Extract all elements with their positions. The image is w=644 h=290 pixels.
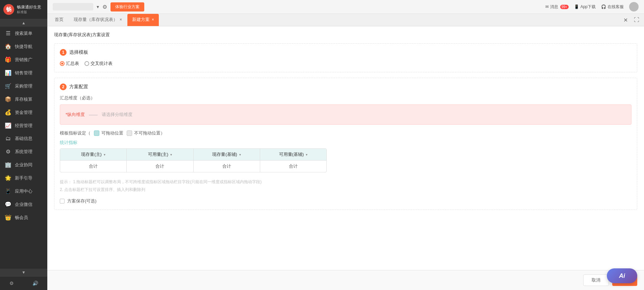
sidebar: 畅 畅康通好生意 标准版 ▲ ☰ 搜索菜单 🏠 快捷导航 🎁 营销推广 📊 销售… [0, 0, 47, 290]
col-chevron-2: ▾ [170, 153, 172, 156]
dimension-field-label: 汇总维度（必选） [60, 95, 631, 101]
topbar-left: ▾ ⚙ 体验行业方案 [53, 2, 144, 11]
app-download-label: App下载 [580, 4, 596, 10]
non-draggable-legend: 不可拖动位置） [127, 130, 165, 136]
user-avatar[interactable] [629, 2, 639, 11]
sidebar-item-member-label: 畅会员 [15, 215, 28, 221]
save-checkbox[interactable] [60, 199, 65, 203]
gift-icon: 🎁 [5, 56, 11, 63]
main-area: ▾ ⚙ 体验行业方案 ✉ 消息 99+ 📱 App下载 🎧 在线客服 首页 [47, 0, 644, 290]
sidebar-item-quick-nav[interactable]: 🏠 快捷导航 [0, 40, 47, 53]
sidebar-scroll-up[interactable]: ▲ [0, 19, 47, 27]
sidebar-item-guide-label: 新手引导 [15, 175, 32, 181]
stats-table-body: 合计 合计 合计 合计 [60, 160, 326, 172]
cancel-button[interactable]: 取消 [583, 274, 609, 286]
step1-title: 选择模板 [69, 49, 88, 55]
sidebar-item-operations[interactable]: 📈 经营管理 [0, 119, 47, 132]
box-icon: 📦 [5, 96, 11, 102]
step2-card: 2 方案配置 汇总维度（必选） *纵向维度 —— 请选择分组维度 模板指标设定（… [54, 78, 637, 210]
radio-summary[interactable]: 汇总表 [60, 61, 79, 67]
sidebar-item-enterprise[interactable]: 🏢 企业协同 [0, 158, 47, 171]
radio-cross[interactable]: 交叉统计表 [84, 61, 113, 67]
page-breadcrumb: 现存量(库存状况表)方案设置 [54, 32, 637, 38]
sidebar-item-purchase[interactable]: 🛒 采购管理 [0, 79, 47, 93]
col-header-4[interactable]: 可用量(基辅) ▾ [260, 149, 326, 160]
draggable-legend-box [94, 130, 99, 136]
tab-home[interactable]: 首页 [50, 14, 68, 26]
sidebar-item-member[interactable]: 👑 畅会员 [0, 211, 47, 224]
sidebar-item-wechat[interactable]: 💬 企业微信 [0, 198, 47, 211]
sidebar-item-wechat-label: 企业微信 [15, 201, 32, 208]
sidebar-item-system[interactable]: ⚙ 系统管理 [0, 145, 47, 158]
tab-expand-button[interactable]: ⛶ [632, 16, 641, 24]
sidebar-item-finance-label: 资金管理 [15, 110, 32, 116]
online-service-group[interactable]: 🎧 在线客服 [601, 4, 624, 10]
topbar-search-input[interactable] [53, 3, 93, 10]
sidebar-item-inventory[interactable]: 📦 库存核算 [0, 93, 47, 106]
save-option-label: 方案保存(可选) [67, 198, 97, 204]
sidebar-item-marketing[interactable]: 🎁 营销推广 [0, 53, 47, 66]
message-label: 消息 [550, 4, 558, 10]
sidebar-item-guide[interactable]: 🌟 新手引导 [0, 171, 47, 185]
enterprise-icon: 🏢 [5, 162, 11, 168]
sidebar-item-quick-nav-label: 快捷导航 [15, 44, 32, 50]
col-chevron-3: ▾ [239, 153, 241, 156]
sidebar-item-basic-info-label: 基础信息 [15, 136, 32, 142]
ai-bubble[interactable]: Ai [607, 268, 637, 283]
tab-collapse-button[interactable]: ✕ [621, 16, 630, 24]
tab-inventory-status-close[interactable]: × [120, 18, 122, 22]
sidebar-item-sales[interactable]: 📊 销售管理 [0, 66, 47, 79]
sidebar-item-marketing-label: 营销推广 [15, 57, 32, 63]
phone-icon: 📱 [574, 4, 579, 9]
indicator-settings: 模板指标设定（ 可拖动位置 不可拖动位置） 统计指标 现存量(主 [60, 130, 631, 193]
col-header-1-label: 现存量(主) [81, 151, 102, 158]
step2-title: 方案配置 [69, 84, 88, 90]
headset-icon: 🎧 [601, 4, 606, 9]
sidebar-scroll-down[interactable]: ▼ [0, 269, 47, 276]
dimension-divider: —— [89, 112, 98, 117]
draggable-label: 可拖动位置 [101, 130, 123, 136]
message-group[interactable]: ✉ 消息 99+ [545, 4, 569, 10]
dimension-selection-box[interactable]: *纵向维度 —— 请选择分组维度 [60, 104, 631, 125]
col-header-1[interactable]: 现存量(主) ▾ [60, 149, 127, 160]
non-draggable-legend-box [127, 130, 132, 136]
settings-button[interactable]: ⚙ [7, 279, 17, 287]
indicator-label-row: 模板指标设定（ 可拖动位置 不可拖动位置） [60, 130, 631, 136]
tab-new-scheme-close[interactable]: × [152, 18, 154, 22]
page-footer: 取消 查询 [47, 270, 644, 290]
stats-section-title: 统计指标 [60, 140, 631, 146]
non-draggable-label: 不可拖动位置） [134, 130, 165, 136]
sidebar-item-basic-info[interactable]: 🗂 基础信息 [0, 132, 47, 145]
sidebar-item-finance[interactable]: 💰 资金管理 [0, 106, 47, 119]
sidebar-item-search[interactable]: ☰ 搜索菜单 [0, 27, 47, 40]
tab-new-scheme[interactable]: 新建方案 × [127, 14, 159, 26]
topbar-dropdown-button[interactable]: ▾ [97, 4, 99, 9]
topbar: ▾ ⚙ 体验行业方案 ✉ 消息 99+ 📱 App下载 🎧 在线客服 [47, 0, 644, 14]
topbar-gear-button[interactable]: ⚙ [102, 4, 107, 10]
trial-button[interactable]: 体验行业方案 [110, 2, 144, 11]
sidebar-nav: ☰ 搜索菜单 🏠 快捷导航 🎁 营销推广 📊 销售管理 🛒 采购管理 📦 库存核… [0, 27, 47, 269]
home-icon: 🏠 [5, 43, 11, 50]
sidebar-item-inventory-label: 库存核算 [15, 96, 32, 102]
sidebar-footer: ⚙ 🔊 [0, 276, 47, 290]
sidebar-item-sales-label: 销售管理 [15, 70, 32, 76]
page-content: 现存量(库存状况表)方案设置 1 选择模板 汇总表 交叉统计表 2 [47, 26, 644, 270]
sidebar-item-app-center[interactable]: 📱 应用中心 [0, 185, 47, 198]
sidebar-item-operations-label: 经营管理 [15, 123, 32, 129]
operations-icon: 📈 [5, 122, 11, 129]
col-chevron-4: ▾ [306, 153, 307, 156]
step1-badge: 1 [60, 49, 67, 56]
sidebar-item-search-label: 搜索菜单 [15, 30, 32, 37]
col-header-3[interactable]: 现存量(基辅) ▾ [194, 149, 260, 160]
message-icon: ✉ [545, 4, 549, 9]
app-icon: 📱 [5, 188, 11, 194]
dimension-required-label: *纵向维度 [66, 112, 85, 118]
sound-button[interactable]: 🔊 [30, 279, 41, 287]
online-service-label: 在线客服 [608, 4, 624, 10]
col-header-2[interactable]: 可用量(主) ▾ [127, 149, 193, 160]
col-body-4: 合计 [260, 160, 326, 172]
app-download-group[interactable]: 📱 App下载 [574, 4, 596, 10]
template-radio-group: 汇总表 交叉统计表 [60, 61, 631, 67]
tab-inventory-status[interactable]: 现存量（库存状况表） × [69, 14, 127, 26]
save-checkbox-row: 方案保存(可选) [60, 198, 631, 204]
